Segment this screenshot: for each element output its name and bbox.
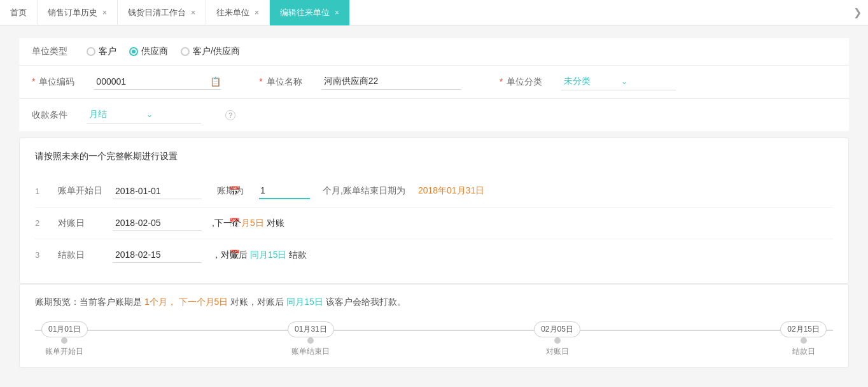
timeline-label-3: 结款日 [792,346,815,357]
start-date-input[interactable] [113,183,229,199]
timeline-dot-3 [801,337,807,344]
field-label-1: 账单开始日 [58,185,102,197]
required-star-name: * [259,76,262,87]
unit-name-label: * 单位名称 [259,76,302,88]
payment-help-icon[interactable]: ? [225,110,235,120]
radio-supplier[interactable]: 供应商 [129,46,168,57]
timeline-dot-0 [61,337,67,344]
tab-partner-close[interactable]: × [255,8,259,17]
payment-value: 月结 [87,106,144,123]
preview-label: 账期预览：当前客户账期是 [35,297,142,307]
row-start-date: 1 账单开始日 📅 账期为 个月,账单结束日期为 2018年01月31日 [35,175,833,208]
start-date-input-group: 📅 [113,183,202,199]
unit-info-row: * 单位编码 📋 * 单位名称 * 单位分类 未分类 ⌄ [19,66,849,98]
unit-name-input[interactable] [321,74,461,90]
tab-partner[interactable]: 往来单位 × [206,0,270,25]
payment-date-input-group: 📅 [113,247,202,263]
unit-category-label: * 单位分类 [500,76,542,88]
timeline-item-1: 01月31日 账单结束日 [288,321,334,357]
tab-sales-history[interactable]: 销售订单历史 × [38,0,118,25]
reconcile-highlight: 月5日 [241,218,264,228]
payment-select[interactable]: 月结 ⌄ [87,106,201,123]
timeline-label-1: 账单结束日 [291,346,330,357]
tab-partner-label: 往来单位 [216,7,249,18]
payment-after: 结款 [286,250,307,260]
row-reconcile-date: 2 对账日 📅 ,下一个月5日 对账 [35,208,833,239]
tabs-scroll-arrow[interactable]: ❯ [847,6,868,18]
field-label-3: 结款日 [58,250,102,261]
required-star-code: * [32,76,35,87]
timeline-dot-1 [307,337,314,344]
reconcile-date-input-group: 📅 [113,215,202,231]
row-num-2: 2 [35,218,48,228]
period-value-input[interactable] [259,183,310,199]
payment-label: 收款条件 [32,109,67,121]
timeline-items: 01月01日 账单开始日 01月31日 账单结束日 02月05日 对账日 02月… [41,321,827,357]
top-form: 单位类型 客户 供应商 客户/供应商 * 单位编 [19,38,849,131]
tab-edit-partner-label: 编辑往来单位 [280,7,330,18]
row-payment-date: 3 结款日 📅 ，对账后 同月15日 结款 [35,239,833,271]
unit-code-input[interactable] [94,74,210,89]
card-instruction: 请按照未来的一个完整帐期进行设置 [35,151,833,162]
preview-text: 账期预览：当前客户账期是 1个月， 下一个月5日 对账，对账后 同月15日 该客… [35,295,833,309]
reconcile-before: ,下一个 [212,218,241,228]
radio-customer-circle [87,47,95,56]
period-end-date: 2018年01月31日 [418,185,484,197]
row-num-3: 3 [35,250,48,260]
tab-edit-partner-close[interactable]: × [335,8,339,17]
radio-supplier-circle [129,47,138,56]
timeline-badge-2: 02月05日 [534,321,580,337]
timeline-badge-1: 01月31日 [288,321,334,337]
tab-cash-work[interactable]: 钱货日清工作台 × [118,0,206,25]
tab-home[interactable]: 首页 [0,0,38,25]
unit-type-row: 单位类型 客户 供应商 客户/供应商 [19,38,849,65]
tab-cash-work-label: 钱货日清工作台 [128,7,186,18]
preview-section: 账期预览：当前客户账期是 1个月， 下一个月5日 对账，对账后 同月15日 该客… [19,284,849,368]
period-unit-text: 个月,账单结束日期为 [323,185,405,197]
payment-row: 收款条件 月结 ⌄ ? [19,99,849,131]
timeline-item-0: 01月01日 账单开始日 [41,321,88,357]
unit-category-select[interactable]: 未分类 ⌄ [561,73,676,90]
reconcile-suffix: ,下一个月5日 对账 [212,218,284,229]
tab-sales-history-close[interactable]: × [102,8,107,17]
field-label-2: 对账日 [58,218,102,229]
preview-part2: 下一个月5日 [179,297,228,307]
tabs-bar: 首页 销售订单历史 × 钱货日清工作台 × 往来单位 × 编辑往来单位 × ❯ [0,0,868,25]
radio-customer[interactable]: 客户 [87,46,116,57]
row-num-1: 1 [35,186,48,196]
radio-both[interactable]: 客户/供应商 [181,46,240,57]
timeline-dot-2 [554,337,561,344]
copy-icon[interactable]: 📋 [210,76,221,87]
radio-customer-label: 客户 [99,46,116,57]
timeline-label-2: 对账日 [546,346,569,357]
tab-edit-partner[interactable]: 编辑往来单位 × [270,0,350,25]
radio-supplier-label: 供应商 [141,46,168,57]
payment-suffix: ，对账后 同月15日 结款 [212,250,307,261]
category-dropdown-arrow: ⌄ [619,74,676,88]
timeline-item-3: 02月15日 结款日 [780,321,827,357]
timeline-label-0: 账单开始日 [45,346,83,357]
radio-both-circle [181,47,190,56]
unit-type-label: 单位类型 [32,46,67,57]
unit-category-value: 未分类 [561,73,619,90]
unit-type-radio-group: 客户 供应商 客户/供应商 [87,46,240,57]
unit-code-label: * 单位编码 [32,76,74,88]
timeline-badge-0: 01月01日 [41,321,88,337]
preview-part4: 同月15日 [286,297,323,307]
timeline: 01月01日 账单开始日 01月31日 账单结束日 02月05日 对账日 02月… [35,321,833,357]
preview-part3: 对账，对账后 [230,297,286,307]
preview-part1: 1个月， [144,297,176,307]
main-content: 单位类型 客户 供应商 客户/供应商 * 单位编 [0,25,868,387]
payment-highlight: 同月15日 [250,250,287,260]
timeline-item-2: 02月05日 对账日 [534,321,580,357]
settings-card: 请按照未来的一个完整帐期进行设置 1 账单开始日 📅 账期为 个月,账单结束日期… [19,137,849,284]
payment-before: ，对账后 [212,250,250,260]
reconcile-after: 对账 [264,218,284,228]
preview-part5: 该客户会给我打款。 [326,297,406,307]
period-label: 账期为 [217,185,244,197]
unit-code-input-wrapper: 📋 [94,74,221,90]
tab-sales-history-label: 销售订单历史 [48,7,97,18]
tab-home-label: 首页 [10,7,27,18]
required-star-category: * [500,76,503,87]
tab-cash-work-close[interactable]: × [191,8,195,17]
